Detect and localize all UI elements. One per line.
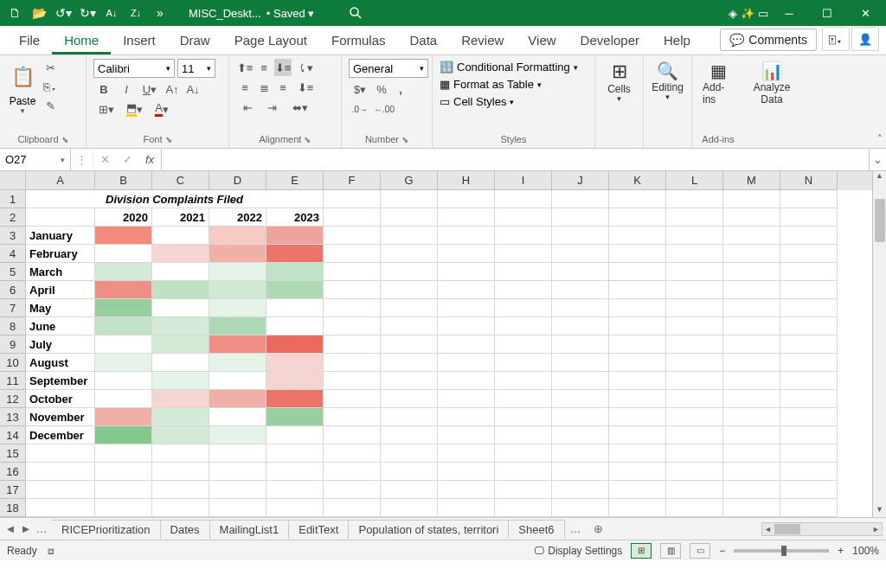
cell[interactable]: [324, 426, 381, 444]
new-file-icon[interactable]: 🗋: [3, 2, 26, 24]
close-button[interactable]: ✕: [848, 0, 883, 26]
cell[interactable]: [609, 499, 666, 517]
cell[interactable]: [266, 444, 324, 463]
save-state[interactable]: • Saved ▾: [266, 7, 315, 20]
cell[interactable]: [780, 426, 838, 444]
cell[interactable]: [381, 354, 438, 372]
cell[interactable]: May: [26, 299, 95, 317]
copy-icon[interactable]: ⎘▾: [42, 78, 59, 95]
cell[interactable]: [495, 354, 552, 372]
col-header-D[interactable]: D: [209, 171, 266, 190]
cell[interactable]: [381, 299, 438, 317]
cell[interactable]: [209, 227, 266, 245]
cell[interactable]: [209, 463, 266, 481]
cell[interactable]: [26, 444, 95, 463]
comma-icon[interactable]: ,: [392, 80, 409, 98]
cell[interactable]: [152, 317, 209, 336]
title-cell[interactable]: Division Complaints Filed: [26, 190, 324, 208]
row-header-10[interactable]: 10: [0, 354, 26, 372]
col-header-F[interactable]: F: [324, 171, 381, 190]
cell[interactable]: [95, 444, 152, 463]
cell[interactable]: [723, 463, 780, 481]
cell[interactable]: [552, 190, 609, 208]
tab-home[interactable]: Home: [52, 28, 111, 54]
cell[interactable]: [495, 463, 552, 481]
cell[interactable]: [95, 245, 152, 263]
row-header-3[interactable]: 3: [0, 227, 26, 245]
cell[interactable]: [324, 354, 381, 372]
sheet-tab[interactable]: MailingList1: [210, 520, 290, 539]
cell[interactable]: [666, 190, 723, 208]
cell[interactable]: [438, 372, 495, 390]
cell[interactable]: [666, 208, 723, 227]
cell[interactable]: [780, 245, 838, 263]
cell[interactable]: [209, 263, 266, 281]
cell[interactable]: [609, 354, 666, 372]
cell[interactable]: April: [26, 281, 95, 299]
cell[interactable]: [609, 390, 666, 408]
cell[interactable]: [666, 463, 723, 481]
cell[interactable]: June: [26, 317, 95, 336]
cell[interactable]: [666, 481, 723, 499]
cell[interactable]: [609, 463, 666, 481]
cell[interactable]: [780, 190, 838, 208]
cut-icon[interactable]: ✂: [42, 59, 59, 76]
cell[interactable]: [780, 317, 838, 336]
cell[interactable]: [438, 499, 495, 517]
cell[interactable]: [495, 317, 552, 336]
currency-icon[interactable]: $▾: [349, 80, 371, 98]
cell[interactable]: [266, 390, 324, 408]
italic-button[interactable]: I: [116, 80, 137, 98]
cell[interactable]: [438, 481, 495, 499]
cell[interactable]: [381, 281, 438, 299]
percent-icon[interactable]: %: [373, 80, 390, 98]
cell[interactable]: [495, 336, 552, 354]
cell[interactable]: [438, 299, 495, 317]
fx-icon[interactable]: fx: [138, 153, 161, 166]
cell[interactable]: [95, 499, 152, 517]
cell[interactable]: [152, 499, 209, 517]
cell[interactable]: [152, 390, 209, 408]
cell[interactable]: [152, 372, 209, 390]
cells-area[interactable]: 2020202120222023JanuaryFebruaryMarchApri…: [26, 190, 872, 517]
underline-button[interactable]: U▾: [138, 80, 161, 98]
cell[interactable]: [780, 444, 838, 463]
page-break-view-icon[interactable]: ▭: [690, 543, 710, 559]
cell[interactable]: December: [26, 426, 95, 444]
cell[interactable]: [495, 481, 552, 499]
row-header-12[interactable]: 12: [0, 390, 26, 408]
formula-input[interactable]: [162, 149, 869, 170]
tabs-overflow-right-icon[interactable]: …: [565, 522, 587, 535]
open-file-icon[interactable]: 📂: [28, 2, 50, 24]
tab-insert[interactable]: Insert: [111, 28, 168, 54]
cell[interactable]: [266, 227, 324, 245]
cell[interactable]: [723, 408, 780, 426]
cell[interactable]: [95, 354, 152, 372]
cell[interactable]: [95, 263, 152, 281]
cell[interactable]: [438, 190, 495, 208]
cell[interactable]: [324, 227, 381, 245]
col-header-L[interactable]: L: [666, 171, 723, 190]
cell[interactable]: [152, 281, 209, 299]
tab-formulas[interactable]: Formulas: [319, 28, 398, 54]
cell[interactable]: [324, 299, 381, 317]
bold-button[interactable]: B: [93, 80, 114, 98]
name-box[interactable]: O27▾: [0, 149, 71, 170]
cell[interactable]: [552, 227, 609, 245]
cell[interactable]: [381, 317, 438, 336]
font-launcher-icon[interactable]: ⬊: [165, 135, 172, 144]
cell[interactable]: [209, 354, 266, 372]
number-format-combo[interactable]: General▾: [349, 59, 428, 78]
zoom-out-icon[interactable]: −: [719, 545, 725, 557]
cell[interactable]: [495, 426, 552, 444]
sheet-tab[interactable]: Dates: [161, 520, 210, 539]
cell[interactable]: [780, 390, 838, 408]
cell[interactable]: [152, 245, 209, 263]
comments-button[interactable]: 💬 Comments: [720, 29, 817, 51]
cell[interactable]: [609, 444, 666, 463]
cell[interactable]: [552, 444, 609, 463]
cell[interactable]: January: [26, 227, 95, 245]
tab-draw[interactable]: Draw: [168, 28, 222, 54]
font-shrink-icon[interactable]: A↓: [183, 80, 202, 98]
row-header-4[interactable]: 4: [0, 245, 26, 263]
